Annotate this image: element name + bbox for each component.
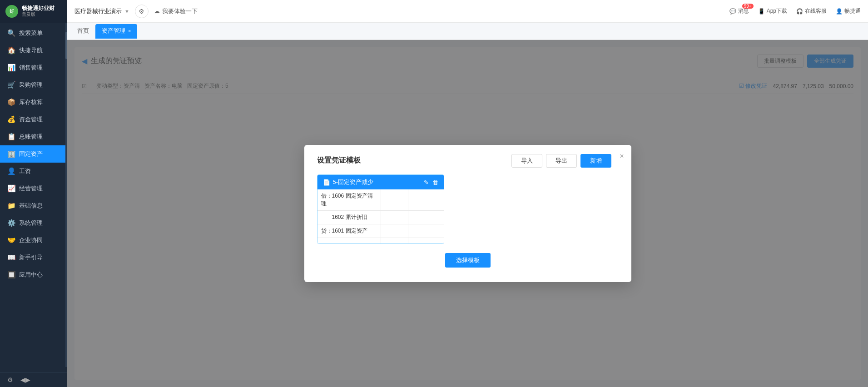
new-button[interactable]: 新增 bbox=[580, 154, 611, 168]
tab-close-icon[interactable]: × bbox=[128, 28, 131, 34]
template-cell-col2-0 bbox=[381, 189, 408, 210]
sidebar-title: 畅捷通好业财 bbox=[22, 5, 55, 11]
sidebar-item-payroll[interactable]: 👤工资 bbox=[0, 163, 67, 180]
sidebar-item-system[interactable]: ⚙️系统管理 bbox=[0, 214, 67, 232]
sidebar-item-label: 总账管理 bbox=[19, 133, 43, 141]
modal-close-button[interactable]: × bbox=[620, 152, 624, 160]
sidebar-brand: 畅捷通好业财 普及版 bbox=[22, 5, 55, 18]
template-title: 5-固定资产减少 bbox=[333, 178, 374, 186]
enterprise-icon: 🤝 bbox=[7, 236, 15, 244]
template-cell-label-2: 贷：1601 固定资产 bbox=[317, 224, 381, 238]
company-chevron-icon: ▼ bbox=[124, 9, 129, 14]
ledger-icon: 📋 bbox=[7, 133, 15, 141]
sidebar-item-label: 固定资产 bbox=[19, 150, 43, 158]
template-row-3 bbox=[317, 238, 444, 243]
template-body: 借：1606 固定资产清理 1602 累计折旧 贷：1601 固定资产 bbox=[317, 189, 444, 243]
search-icon: 🔍 bbox=[7, 29, 15, 37]
sidebar-item-operations[interactable]: 📈经营管理 bbox=[0, 180, 67, 197]
sidebar-item-inventory[interactable]: 📦库存核算 bbox=[0, 94, 67, 111]
sidebar-item-label: 搜索菜单 bbox=[19, 29, 43, 37]
user-icon: 👤 bbox=[836, 8, 843, 15]
template-cell-col3-2 bbox=[408, 224, 444, 238]
sidebar-item-appcenter[interactable]: 🔲应用中心 bbox=[0, 266, 67, 283]
headset-icon: 🎧 bbox=[796, 8, 803, 15]
template-cell-col3-3 bbox=[408, 238, 444, 243]
sidebar-item-label: 资金管理 bbox=[19, 115, 43, 124]
sidebar-item-label: 快捷导航 bbox=[19, 46, 43, 55]
message-icon: 💬 bbox=[729, 8, 736, 15]
operations-icon: 📈 bbox=[7, 184, 15, 193]
sidebar-item-label: 系统管理 bbox=[19, 219, 43, 227]
template-cell-col2-3 bbox=[381, 238, 408, 243]
template-cell-col3-1 bbox=[408, 211, 444, 224]
export-button[interactable]: 导出 bbox=[546, 154, 577, 168]
import-button[interactable]: 导入 bbox=[511, 154, 542, 168]
appdownload-button[interactable]: 📱 App下载 bbox=[758, 7, 787, 15]
template-cell-label-3 bbox=[317, 238, 381, 243]
settings-button[interactable]: ⚙ bbox=[135, 5, 149, 18]
sidebar-item-label: 库存核算 bbox=[19, 98, 43, 106]
finance-icon: 💰 bbox=[7, 115, 15, 124]
sidebar-item-quicknav[interactable]: 🏠快捷导航 bbox=[0, 42, 67, 59]
appdownload-label: App下载 bbox=[767, 7, 787, 15]
experience-label: 我要体验一下 bbox=[162, 7, 198, 15]
select-template-button[interactable]: 选择模板 bbox=[445, 253, 491, 268]
topbar: 医疗器械行业演示 ▼ ⚙ ☁ 我要体验一下 💬 消息 99+ 📱 App下载 🎧… bbox=[67, 0, 868, 23]
sidebar-item-fixedasset[interactable]: 🏢固定资产 bbox=[0, 145, 67, 163]
tab-home[interactable]: 首页 bbox=[71, 24, 95, 39]
sidebar-item-label: 企业协同 bbox=[19, 236, 43, 244]
sidebar-logo: 好 bbox=[5, 5, 18, 18]
template-delete-icon[interactable]: 🗑 bbox=[432, 179, 438, 186]
template-cell-col3-0 bbox=[408, 189, 444, 210]
sidebar-item-enterprise[interactable]: 🤝企业协同 bbox=[0, 232, 67, 249]
newguide-icon: 📖 bbox=[7, 253, 15, 262]
sidebar-subtitle: 普及版 bbox=[22, 11, 55, 18]
template-card-header: 📄 5-固定资产减少 ✎ 🗑 bbox=[317, 175, 444, 189]
sidebar-item-search[interactable]: 🔍搜索菜单 bbox=[0, 25, 67, 42]
company-selector[interactable]: 医疗器械行业演示 ▼ bbox=[74, 7, 129, 15]
template-cell-col2-1 bbox=[381, 211, 408, 224]
template-cell-col2-2 bbox=[381, 224, 408, 238]
inventory-icon: 📦 bbox=[7, 98, 15, 106]
user-button[interactable]: 👤 畅捷通 bbox=[836, 7, 861, 15]
topbar-right: 💬 消息 99+ 📱 App下载 🎧 在线客服 👤 畅捷通 bbox=[729, 7, 861, 15]
modal-dialog: 设置凭证模板 导入 导出 新增 × 📄 5-固定资产减少 bbox=[304, 145, 631, 282]
tab-home-label: 首页 bbox=[77, 27, 89, 35]
sidebar-item-ledger[interactable]: 📋总账管理 bbox=[0, 128, 67, 145]
modal-action-buttons: 导入 导出 新增 bbox=[511, 154, 611, 168]
sidebar-item-label: 采购管理 bbox=[19, 81, 43, 89]
sidebar-item-label: 基础信息 bbox=[19, 202, 43, 210]
template-header-left: 📄 5-固定资产减少 bbox=[323, 178, 374, 186]
sidebar-item-sales[interactable]: 📊销售管理 bbox=[0, 59, 67, 76]
settings-icon: ⚙ bbox=[139, 8, 144, 15]
sidebar-item-finance[interactable]: 💰资金管理 bbox=[0, 111, 67, 128]
experience-button[interactable]: ☁ 我要体验一下 bbox=[154, 7, 198, 15]
sidebar-item-label: 工资 bbox=[19, 167, 31, 175]
template-row-1: 1602 累计折旧 bbox=[317, 211, 444, 224]
service-button[interactable]: 🎧 在线客服 bbox=[796, 7, 827, 15]
collapse-icon[interactable]: ◀▶ bbox=[20, 376, 30, 383]
basicinfo-icon: 📁 bbox=[7, 202, 15, 210]
company-name: 医疗器械行业演示 bbox=[74, 7, 122, 15]
sidebar-item-newguide[interactable]: 📖新手引导 bbox=[0, 249, 67, 266]
messages-badge: 99+ bbox=[742, 4, 754, 9]
sidebar-item-label: 经营管理 bbox=[19, 184, 43, 193]
settings-bottom-icon[interactable]: ⚙ bbox=[7, 376, 13, 383]
sidebar-item-basicinfo[interactable]: 📁基础信息 bbox=[0, 197, 67, 214]
template-row-0: 借：1606 固定资产清理 bbox=[317, 189, 444, 211]
sidebar-item-purchase[interactable]: 🛒采购管理 bbox=[0, 76, 67, 94]
main-area: 医疗器械行业演示 ▼ ⚙ ☁ 我要体验一下 💬 消息 99+ 📱 App下载 🎧… bbox=[67, 0, 868, 387]
tabbar: 首页 资产管理 × bbox=[67, 23, 868, 40]
service-label: 在线客服 bbox=[805, 7, 827, 15]
messages-button[interactable]: 💬 消息 99+ bbox=[729, 7, 749, 15]
template-cell-label-1: 1602 累计折旧 bbox=[317, 211, 381, 224]
sidebar-item-label: 应用中心 bbox=[19, 271, 43, 279]
tab-assetmgmt[interactable]: 资产管理 × bbox=[95, 24, 137, 39]
sales-icon: 📊 bbox=[7, 64, 15, 72]
template-edit-icon[interactable]: ✎ bbox=[424, 179, 429, 186]
modal-overlay: 设置凭证模板 导入 导出 新增 × 📄 5-固定资产减少 bbox=[67, 40, 868, 387]
template-card: 📄 5-固定资产减少 ✎ 🗑 借：1606 固定资产清理 bbox=[317, 174, 444, 244]
content-area: ◀ 生成的凭证预览 批量调整模板 全部生成凭证 ☑ 变动类型：资产清 资产名称：… bbox=[67, 40, 868, 387]
fixedasset-icon: 🏢 bbox=[7, 150, 15, 158]
payroll-icon: 👤 bbox=[7, 167, 15, 175]
